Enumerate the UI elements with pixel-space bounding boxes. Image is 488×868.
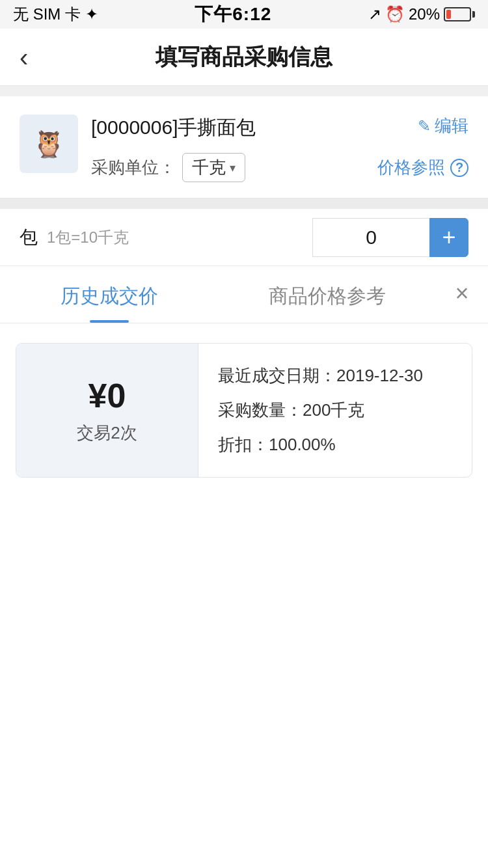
bottom-panel: 历史成交价 商品价格参考 × ¥0 交易2次 最近成交日期：2019-12-30: [0, 266, 488, 497]
tab-price-ref-label: 商品价格参考: [269, 285, 386, 306]
product-logo-icon: 🦉: [33, 129, 65, 159]
panel-content: ¥0 交易2次 最近成交日期：2019-12-30 采购数量：200千克 折扣：…: [0, 323, 488, 497]
qty-input-group: +: [312, 218, 468, 257]
txn-qty-label: 采购数量：: [218, 400, 303, 420]
section-divider: [0, 198, 488, 209]
page-title: 填写商品采购信息: [156, 42, 332, 72]
battery-percent: 20%: [409, 5, 440, 23]
txn-discount: 折扣：100.00%: [218, 432, 452, 457]
alarm-icon: ⏰: [385, 5, 405, 23]
txn-right: 最近成交日期：2019-12-30 采购数量：200千克 折扣：100.00%: [198, 344, 472, 477]
help-icon: ?: [450, 159, 468, 177]
location-icon: ↗: [368, 5, 381, 23]
qty-unit-hint: 1包=10千克: [47, 227, 129, 248]
txn-date-value: 2019-12-30: [336, 366, 423, 385]
qty-label: 包 1包=10千克: [20, 225, 129, 250]
product-card: 🦉 [0000006]手撕面包 ✎ 编辑 采购单位： 千: [0, 96, 488, 198]
close-icon: ×: [455, 280, 468, 307]
txn-qty-value: 200千克: [303, 400, 364, 420]
edit-label: 编辑: [435, 115, 468, 137]
price-ref-button[interactable]: 价格参照 ?: [377, 156, 468, 179]
status-right: ↗ ⏰ 20%: [368, 5, 475, 23]
dropdown-arrow-icon: ▾: [230, 161, 236, 175]
tab-history-price[interactable]: 历史成交价: [0, 266, 218, 323]
unit-selector[interactable]: 千克 ▾: [182, 153, 245, 182]
sim-text: 无 SIM 卡 ✦: [13, 4, 98, 25]
status-time: 下午6:12: [195, 2, 271, 27]
price-ref-label: 价格参照: [377, 156, 445, 179]
transaction-card: ¥0 交易2次 最近成交日期：2019-12-30 采购数量：200千克 折扣：…: [16, 343, 472, 478]
main-area: 🦉 [0000006]手撕面包 ✎ 编辑 采购单位： 千: [0, 96, 488, 868]
unit-value: 千克: [192, 156, 226, 179]
txn-count: 交易2次: [77, 422, 137, 444]
txn-discount-value: 100.00%: [269, 435, 336, 454]
quantity-row: 包 1包=10千克 +: [0, 209, 488, 266]
edit-icon: ✎: [418, 117, 431, 135]
txn-discount-label: 折扣：: [218, 435, 269, 454]
qty-plus-button[interactable]: +: [429, 218, 468, 257]
product-info: [0000006]手撕面包 ✎ 编辑 采购单位： 千克 ▾: [91, 115, 468, 182]
tab-history-label: 历史成交价: [61, 285, 158, 306]
product-name: [0000006]手撕面包: [91, 115, 256, 141]
edit-button[interactable]: ✎ 编辑: [418, 115, 468, 137]
tab-price-ref[interactable]: 商品价格参考: [218, 266, 436, 323]
status-bar: 无 SIM 卡 ✦ 下午6:12 ↗ ⏰ 20%: [0, 0, 488, 29]
product-thumbnail: 🦉: [20, 115, 78, 173]
unit-row: 采购单位： 千克 ▾: [91, 153, 245, 182]
qty-unit-char: 包: [20, 225, 38, 250]
txn-price: ¥0: [88, 376, 126, 415]
txn-date: 最近成交日期：2019-12-30: [218, 363, 452, 388]
unit-label: 采购单位：: [91, 156, 176, 179]
tabs-row: 历史成交价 商品价格参考 ×: [0, 266, 488, 323]
tab-close-button[interactable]: ×: [436, 280, 488, 310]
txn-left: ¥0 交易2次: [16, 344, 198, 477]
txn-qty: 采购数量：200千克: [218, 398, 452, 423]
status-left: 无 SIM 卡 ✦: [13, 4, 98, 25]
battery-icon: [444, 7, 475, 21]
nav-bar: ‹ 填写商品采购信息: [0, 29, 488, 86]
qty-input[interactable]: [312, 218, 429, 257]
txn-date-label: 最近成交日期：: [218, 366, 336, 385]
tab-underline: [90, 320, 129, 323]
back-button[interactable]: ‹: [20, 44, 28, 70]
